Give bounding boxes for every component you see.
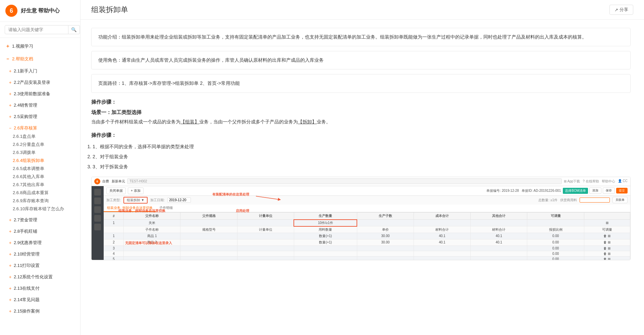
sidebar-item-267[interactable]: 2.6.7其他出库单 [10, 181, 80, 189]
scenario1-title: 场景一：加工类型选择 [91, 109, 631, 116]
sidebar-item-26[interactable]: － 2.6库存核算 2.6.1盘点单 2.6.2分量盘点单 2.6.3调拨单 2… [5, 122, 80, 214]
sidebar-item-21[interactable]: ＋ 2.1新手入门 [5, 65, 80, 77]
sidebar-item-210[interactable]: ＋ 2.10经营管理 [5, 248, 80, 260]
sidebar-item-263[interactable]: 2.6.3调拨单 [10, 149, 80, 157]
mock-bom-area: 选择BOM清单 添加 保存 提交 [563, 187, 628, 194]
mock-doc-no: 单据编号: 2019-12-28 单据ID: AD-20191226-001 [486, 188, 561, 193]
mock-save-btn[interactable]: 保存 [603, 187, 615, 194]
sidebar-item-210-label: 2.10经营管理 [14, 251, 40, 257]
sidebar-item-1[interactable]: ＋ 1.视频学习 [0, 40, 80, 53]
sidebar-item-22[interactable]: ＋ 2.2产品安装及登录 [5, 77, 80, 88]
mock-app: 6 自费 新新单元 TEST-H002 ⊞ App下载 ? 在线帮助 帮助中心 … [92, 177, 630, 260]
sidebar: 6 好生意 帮助中心 🔍 ＋ 1.视频学习 － 2.帮助文档 [0, 0, 80, 335]
mock-col-sub-qty: 生产子数 [357, 212, 414, 220]
main-header: 组装拆卸单 ↗ 分享 [80, 0, 644, 20]
mock-tabs: 组装业务, 拆卸业务在这里切换 子件明细 [104, 205, 630, 212]
mock-col-parent-spec: 父件规格 [180, 212, 237, 220]
sidebar-item-261[interactable]: 2.6.1盘点单 [10, 132, 80, 141]
sidebar-item-262[interactable]: 2.6.2分量盘点单 [10, 141, 80, 149]
mock-left-sidebar [92, 186, 104, 260]
table-row: 40.00🗑 ⊞ [104, 251, 630, 256]
step-3: 3、对于拆装业务 [93, 162, 631, 171]
sidebar-item-269[interactable]: 2.6.9库存账本查询 [10, 197, 80, 205]
sidebar-item-266[interactable]: 2.6.6其他入库单 [10, 173, 80, 181]
mock-btn-close[interactable]: 关闭单据 [106, 187, 126, 194]
sidebar-item-213[interactable]: ＋ 2.13在线支付 [5, 283, 80, 294]
mock-tab-parent[interactable]: 组装业务, 拆卸业务在这里切换 [104, 205, 156, 212]
mock-col-parent-name: 父件名称 [124, 212, 180, 220]
sidebar-item-215[interactable]: ＋ 2.15操作案例 [5, 305, 80, 317]
plus-icon-28: ＋ [8, 228, 12, 234]
sidebar-item-22-label: 2.2产品安装及登录 [14, 79, 50, 86]
mock-tabs-bar: 自费 新新单元 [102, 179, 125, 184]
step-1: 1、根据不同的业务，选择不同单据的类型来处理 [93, 142, 631, 151]
center-icon: 帮助中心 [602, 179, 615, 184]
search-icon: 🔍 [71, 27, 77, 32]
help-icon: ? 在线帮助 [583, 179, 599, 184]
mock-tab-child[interactable]: 子件明细 [156, 205, 176, 212]
table-row: 50.00🗑 ⊞ [104, 256, 630, 260]
steps-title: 操作步骤： [91, 99, 631, 105]
sidebar-item-211[interactable]: ＋ 2.11打印设置 [5, 260, 80, 271]
sidebar-item-25[interactable]: ＋ 2.5采购管理 [5, 111, 80, 122]
plus-icon-25: ＋ [8, 114, 12, 120]
share-icon: ↗ [614, 7, 618, 12]
mock-app-logo: 6 [94, 178, 100, 184]
sidebar-item-26-label: 2.6库存核算 [14, 125, 37, 131]
sidebar-item-24[interactable]: ＋ 2.4销售管理 [5, 100, 80, 111]
step-2: 2、对于组装业务 [93, 152, 631, 161]
mock-sidebar-icon-5 [94, 224, 101, 230]
sidebar-item-2[interactable]: － 2.帮助文档 [0, 53, 80, 65]
plus-icon-24: ＋ [8, 102, 12, 108]
sidebar-item-28[interactable]: ＋ 2.8手机旺铺 [5, 226, 80, 237]
sidebar-item-2610[interactable]: 2.6.10库存账本错了怎么办 [10, 205, 80, 213]
mock-table-wrapper: # 父件名称 父件规格 计量单位 生产数量 生产子数 成本合计 其他合计 可调量 [104, 212, 630, 260]
sidebar-item-21-label: 2.1新手入门 [14, 68, 37, 74]
mock-inner-app: 关闭单据 + 添加 单据编号: 2019-12-28 单据ID: AD-2019… [92, 186, 630, 260]
sidebar-item-27[interactable]: ＋ 2.7资金管理 [5, 214, 80, 226]
mock-label-type: 加工类型: [106, 198, 121, 203]
mock-content-area: 关闭单据 + 添加 单据编号: 2019-12-28 单据ID: AD-2019… [104, 186, 630, 260]
sidebar-item-29[interactable]: ＋ 2.9优惠券管理 [5, 237, 80, 248]
minus-icon: － [5, 56, 10, 62]
mock-supplier-input[interactable] [580, 198, 610, 203]
steps-list: 1、根据不同的业务，选择不同单据的类型来处理 2、对于组装业务 3、对于拆装业务 [93, 142, 631, 171]
scenario1-desc: 当由多个子件材料组装成一个成品的业务为【组装】业务，当由一个父件拆分成多个子产品… [91, 118, 631, 126]
sidebar-item-214[interactable]: ＋ 2.14常见问题 [5, 294, 80, 305]
mock-date-input[interactable] [167, 198, 191, 203]
table-sub-header: 子件名称 规格型号 计量单位 用料数量 单价 材料合计 材料合计 报损比例 可调 [104, 226, 630, 233]
share-button[interactable]: ↗ 分享 [609, 5, 633, 15]
sidebar-item-268[interactable]: 2.6.8商品成本重算 [10, 189, 80, 197]
sidebar-item-214-label: 2.14常见问题 [14, 297, 40, 303]
intro-block-2: 使用角色：通常由生产人员或库管人员完成拆装业务的操作，库管人员确认原材料的出库和… [91, 51, 631, 69]
sidebar-item-23[interactable]: ＋ 2.3使用前数据准备 [5, 88, 80, 100]
search-button[interactable]: 🔍 [68, 25, 80, 34]
intro-block-1: 功能介绍：组装拆卸单用来处理企业组装或拆卸等加工业务，支持有固定装配清单的产品加… [91, 28, 631, 46]
sidebar-item-2-label: 2.帮助文档 [12, 56, 33, 62]
sidebar-item-265[interactable]: 2.6.5成本调整单 [10, 165, 80, 173]
mock-submit-btn[interactable]: 提交 [616, 188, 628, 193]
plus-icon-210: ＋ [8, 251, 12, 257]
mock-col-other: 其他合计 [471, 212, 527, 220]
sidebar-item-25-label: 2.5采购管理 [14, 114, 37, 120]
search-input[interactable] [5, 25, 68, 34]
sidebar-item-211-label: 2.11打印设置 [14, 263, 40, 269]
mock-col-num: # [104, 212, 124, 220]
sidebar-item-27-label: 2.7资金管理 [14, 217, 37, 223]
mock-apply-btn[interactable]: 关联单 [612, 197, 628, 203]
sidebar-item-264[interactable]: 2.6.4组装拆卸单 [10, 157, 80, 165]
mock-browser-icons: ⊞ App下载 ? 在线帮助 帮助中心 👤 CC [564, 179, 628, 184]
page-title: 组装拆卸单 [91, 5, 128, 15]
plus-icon-212: ＋ [8, 274, 12, 280]
main-area: 组装拆卸单 ↗ 分享 功能介绍：组装拆卸单用来处理企业组装或拆卸等加工业务，支持… [80, 0, 644, 335]
mock-label-date: 加工日期: [150, 198, 165, 203]
mock-type-select[interactable]: 组装拆卸 ▼ [123, 197, 148, 204]
sidebar-item-28-label: 2.8手机旺铺 [14, 228, 37, 234]
plus-icon-22: ＋ [8, 79, 12, 86]
sidebar-item-212[interactable]: ＋ 2.12系统个性化设置 [5, 271, 80, 283]
mock-col-unit: 计量单位 [237, 212, 294, 220]
mock-add-btn[interactable]: 添加 [589, 187, 601, 194]
mock-btn-add[interactable]: + 添加 [128, 187, 144, 194]
plus-icon: ＋ [5, 43, 10, 49]
app-logo-text: 好生意 帮助中心 [21, 7, 60, 14]
